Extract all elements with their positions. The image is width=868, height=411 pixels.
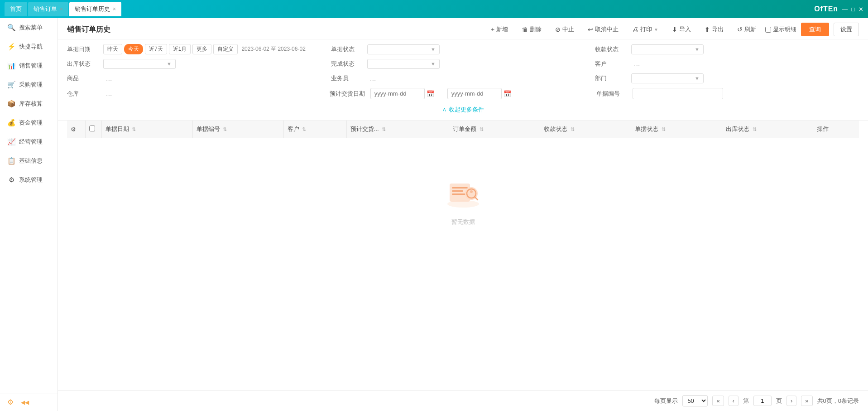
sidebar-bottom: ⚙ ◀◀ (0, 393, 58, 411)
tab-sales-order-history-close[interactable]: × (113, 6, 116, 12)
col-action: 操作 (813, 121, 859, 138)
page-size-select[interactable]: 50 10 20 100 (682, 395, 708, 406)
col-order-amount-sort-icon[interactable]: ⇅ (480, 126, 484, 132)
collapse-filter-btn[interactable]: ∧ 收起更多条件 (67, 104, 859, 116)
show-detail-checkbox[interactable] (765, 27, 771, 33)
product-ellipsis-btn[interactable]: ... (103, 73, 115, 83)
toolbar: + 新增 🗑 删除 ⊘ 中止 ↩ 取消中止 🖨 打印 (486, 23, 859, 36)
prev-page-btn[interactable]: ‹ (729, 396, 739, 406)
calendar-from-icon[interactable]: 📅 (427, 90, 434, 97)
page-size-label: 每页显示 (654, 397, 678, 405)
search-menu-icon: 🔍 (7, 24, 15, 32)
first-page-btn[interactable]: « (712, 396, 724, 406)
date-today-btn[interactable]: 今天 (124, 44, 143, 54)
business-icon: 📈 (7, 138, 15, 146)
date-filter-buttons: 昨天 今天 近7天 近1月 更多 自定义 2023-06-02 至 2023-0… (103, 44, 306, 54)
out-status-select[interactable]: ▼ (103, 59, 176, 69)
warehouse-filter-label: 仓库 (67, 90, 103, 98)
bill-number-control (633, 88, 859, 99)
col-bill-number-sort-icon[interactable]: ⇅ (223, 126, 227, 132)
next-page-btn[interactable]: › (786, 396, 796, 406)
refresh-btn-label: 刷新 (744, 25, 756, 34)
complete-status-select[interactable]: ▼ (367, 59, 440, 69)
cancel-stop-btn[interactable]: ↩ 取消中止 (583, 23, 623, 36)
col-expected-delivery-sort-icon[interactable]: ⇅ (382, 126, 386, 132)
product-filter-control: ... (103, 73, 331, 83)
collapse-sidebar-icon[interactable]: ◀◀ (21, 399, 29, 406)
settings-bottom-icon[interactable]: ⚙ (7, 398, 14, 406)
refresh-icon: ↺ (737, 26, 743, 33)
payment-status-select[interactable]: ▼ (631, 44, 704, 54)
tab-sales-order-close[interactable]: × (60, 6, 63, 12)
tab-sales-order[interactable]: 销售订单 × (28, 2, 68, 16)
window-close-icon[interactable]: ✕ (858, 6, 863, 13)
col-out-status-sort-icon[interactable]: ⇅ (753, 126, 757, 132)
col-payment-status-sort-icon[interactable]: ⇅ (571, 126, 575, 132)
quick-nav-icon: ⚡ (7, 43, 15, 51)
sidebar-item-sales-label: 销售管理 (19, 62, 43, 70)
tab-sales-order-history[interactable]: 销售订单历史 × (69, 2, 121, 16)
print-arrow-icon: ▼ (654, 27, 658, 32)
new-btn[interactable]: + 新增 (486, 23, 513, 36)
empty-state: 暂无数据 (67, 138, 859, 262)
bill-status-select[interactable]: ▼ (367, 44, 440, 54)
calendar-to-icon[interactable]: 📅 (504, 90, 511, 97)
tab-home[interactable]: 首页 (5, 2, 27, 16)
col-action-label: 操作 (817, 126, 829, 132)
sidebar-item-system[interactable]: ⚙ 系统管理 (0, 170, 58, 189)
settings-btn[interactable]: 设置 (834, 23, 859, 36)
query-btn[interactable]: 查询 (801, 23, 829, 36)
print-btn[interactable]: 🖨 打印 ▼ (628, 23, 663, 36)
table-area: ⚙ 单据日期 ⇅ 单据编号 ⇅ (58, 121, 868, 390)
export-icon: ⬆ (705, 26, 710, 33)
select-all-checkbox[interactable] (89, 126, 95, 131)
sidebar-item-purchase[interactable]: 🛒 采购管理 (0, 75, 58, 94)
delete-btn[interactable]: 🗑 删除 (517, 23, 546, 36)
date-7days-btn[interactable]: 近7天 (145, 44, 167, 54)
show-detail-label: 显示明细 (773, 25, 796, 34)
window-min-icon[interactable]: — (842, 6, 848, 13)
page-unit-label: 页 (776, 397, 782, 405)
sidebar-item-inventory[interactable]: 📦 库存核算 (0, 94, 58, 113)
table-body: 暂无数据 (67, 138, 859, 263)
col-bill-date-sort-icon[interactable]: ⇅ (132, 126, 136, 132)
sidebar-item-finance[interactable]: 💰 资金管理 (0, 113, 58, 132)
sidebar-item-business[interactable]: 📈 经营管理 (0, 132, 58, 151)
date-yesterday-btn[interactable]: 昨天 (103, 44, 122, 54)
date-filter-control: 昨天 今天 近7天 近1月 更多 自定义 2023-06-02 至 2023-0… (103, 44, 331, 54)
table-settings-icon[interactable]: ⚙ (71, 126, 76, 133)
sidebar-item-business-label: 经营管理 (19, 138, 43, 146)
page-number-input[interactable] (753, 396, 772, 406)
show-detail-checkbox-label[interactable]: 显示明细 (765, 25, 796, 34)
sidebar-item-basic-info-label: 基础信息 (19, 157, 43, 165)
bill-number-input[interactable] (633, 88, 723, 99)
date-1month-btn[interactable]: 近1月 (169, 44, 191, 54)
sidebar-item-search[interactable]: 🔍 搜索菜单 (0, 18, 58, 37)
filter-area: 单据日期 昨天 今天 近7天 近1月 更多 自定义 2023-06-02 至 2… (58, 39, 868, 121)
date-more-btn[interactable]: 更多 (192, 44, 211, 54)
expected-date-to[interactable] (447, 88, 502, 99)
customer-ellipsis-btn[interactable]: ... (631, 59, 643, 69)
sidebar-item-quick-nav[interactable]: ⚡ 快捷导航 (0, 37, 58, 56)
col-bill-status-sort-icon[interactable]: ⇅ (662, 126, 666, 132)
table-checkbox-th (85, 121, 101, 138)
refresh-btn[interactable]: ↺ 刷新 (733, 23, 761, 36)
window-max-icon[interactable]: □ (851, 6, 855, 13)
import-btn[interactable]: ⬇ 导入 (667, 23, 695, 36)
col-customer-sort-icon[interactable]: ⇅ (302, 126, 306, 132)
col-out-status: 出库状态 ⇅ (722, 121, 813, 138)
sidebar-item-basic-info[interactable]: 📋 基础信息 (0, 151, 58, 170)
salesperson-ellipsis-btn[interactable]: ... (367, 73, 379, 83)
warehouse-ellipsis-btn[interactable]: ... (103, 89, 115, 99)
stop-btn[interactable]: ⊘ 中止 (551, 23, 579, 36)
export-btn[interactable]: ⬆ 导出 (700, 23, 728, 36)
date-custom-btn[interactable]: 自定义 (213, 44, 238, 54)
sidebar-item-sales[interactable]: 📊 销售管理 (0, 56, 58, 75)
col-customer-label: 客户 (288, 126, 299, 132)
department-select[interactable]: ▼ (631, 73, 704, 83)
basic-info-icon: 📋 (7, 157, 15, 165)
new-icon: + (491, 26, 494, 33)
col-bill-date: 单据日期 ⇅ (101, 121, 192, 138)
last-page-btn[interactable]: » (801, 396, 812, 406)
expected-date-from[interactable] (370, 88, 425, 99)
